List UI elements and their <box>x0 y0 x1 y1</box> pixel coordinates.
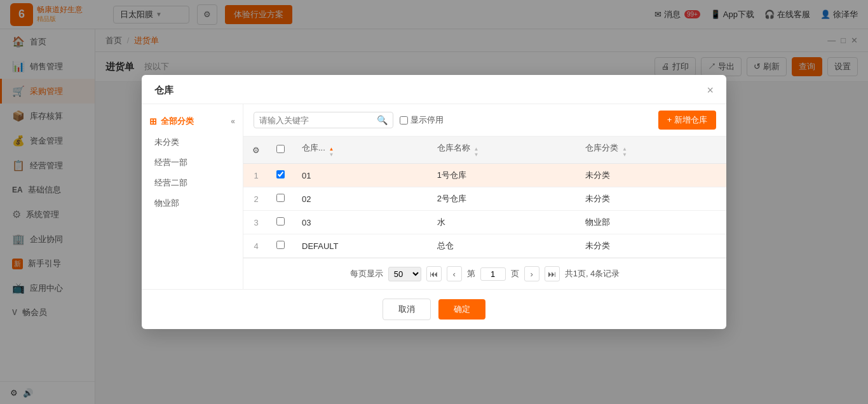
row-code-4: DEFAULT <box>294 234 430 258</box>
category-panel: ⊞ 全部分类 « 未分类 经营一部 经营二部 物业部 <box>142 104 243 289</box>
row-category-1: 未分类 <box>578 164 726 187</box>
right-toolbar: 🔍 显示停用 + 新增仓库 <box>243 104 726 137</box>
dialog-close-button[interactable]: × <box>707 84 714 97</box>
dialog-overlay: 仓库 × ⊞ 全部分类 « 未分类 经营一部 经营二部 <box>0 0 868 404</box>
row-checkbox-1[interactable] <box>276 170 285 178</box>
row-checkbox-cell-1 <box>269 164 294 187</box>
select-all-checkbox[interactable] <box>276 145 285 153</box>
category-item-label-0: 未分类 <box>154 137 179 147</box>
search-input-wrap: 🔍 <box>254 112 393 128</box>
page-label: 第 <box>467 268 475 279</box>
row-name-2: 2号仓库 <box>430 187 578 211</box>
table-row[interactable]: 3 03 水 物业部 <box>243 211 726 234</box>
pagination: 每页显示 50 10 20 100 ⏮ ‹ 第 页 › ⏭ 共1页, 4条记录 <box>243 258 726 289</box>
row-num-1: 1 <box>243 164 269 187</box>
collapse-icon[interactable]: « <box>231 117 235 126</box>
total-info: 共1页, 4条记录 <box>565 268 620 279</box>
dialog-body: ⊞ 全部分类 « 未分类 经营一部 经营二部 物业部 <box>142 104 726 289</box>
row-code-2: 02 <box>294 187 430 211</box>
col-name[interactable]: 仓库名称 ▲▼ <box>430 137 578 164</box>
col-checkbox <box>269 137 294 164</box>
row-num-2: 2 <box>243 187 269 211</box>
first-page-button[interactable]: ⏮ <box>426 266 442 281</box>
category-item-1[interactable]: 经营一部 <box>142 152 243 173</box>
row-checkbox-2[interactable] <box>276 194 285 202</box>
row-name-4: 总仓 <box>430 234 578 258</box>
col-category[interactable]: 仓库分类 ▲▼ <box>578 137 726 164</box>
col-code-label: 仓库... <box>302 143 325 152</box>
row-checkbox-4[interactable] <box>276 241 285 249</box>
per-page-label: 每页显示 <box>350 268 383 279</box>
col-name-label: 仓库名称 <box>437 143 470 152</box>
page-input[interactable] <box>480 267 506 281</box>
settings-col-icon: ⚙ <box>252 145 260 155</box>
right-panel: 🔍 显示停用 + 新增仓库 ⚙ <box>243 104 726 289</box>
show-disabled-label[interactable]: 显示停用 <box>400 114 444 126</box>
row-code-3: 03 <box>294 211 430 234</box>
dialog-footer: 取消 确定 <box>142 289 726 329</box>
grid-icon: ⊞ <box>149 116 157 126</box>
search-icon: 🔍 <box>377 115 388 125</box>
show-disabled-text: 显示停用 <box>410 114 444 126</box>
row-code-1: 01 <box>294 164 430 187</box>
col-category-label: 仓库分类 <box>585 143 618 152</box>
category-item-label-1: 经营一部 <box>154 158 187 167</box>
row-name-1: 1号仓库 <box>430 164 578 187</box>
prev-page-button[interactable]: ‹ <box>447 266 462 281</box>
add-warehouse-button[interactable]: + 新增仓库 <box>658 111 716 130</box>
dialog-title: 仓库 <box>154 84 173 97</box>
next-page-button[interactable]: › <box>524 266 539 281</box>
table-row[interactable]: 4 DEFAULT 总仓 未分类 <box>243 234 726 258</box>
warehouse-dialog: 仓库 × ⊞ 全部分类 « 未分类 经营一部 经营二部 <box>142 75 726 329</box>
col-code[interactable]: 仓库... ▲▼ <box>294 137 430 164</box>
category-item-2[interactable]: 经营二部 <box>142 173 243 193</box>
row-checkbox-cell-2 <box>269 187 294 211</box>
category-item-label-3: 物业部 <box>154 198 179 208</box>
row-category-4: 未分类 <box>578 234 726 258</box>
confirm-button[interactable]: 确定 <box>438 299 485 320</box>
search-input[interactable] <box>259 116 377 125</box>
all-categories-item[interactable]: ⊞ 全部分类 « <box>142 111 243 132</box>
warehouse-table-wrap: ⚙ 仓库... ▲▼ 仓库名称 ▲▼ <box>243 137 726 258</box>
all-categories-label: 全部分类 <box>161 116 194 127</box>
col-category-sort: ▲▼ <box>622 146 627 158</box>
row-name-3: 水 <box>430 211 578 234</box>
row-category-2: 未分类 <box>578 187 726 211</box>
page-unit: 页 <box>511 268 519 279</box>
row-checkbox-cell-3 <box>269 211 294 234</box>
row-num-3: 3 <box>243 211 269 234</box>
col-settings: ⚙ <box>243 137 269 164</box>
row-checkbox-cell-4 <box>269 234 294 258</box>
row-category-3: 物业部 <box>578 211 726 234</box>
table-row[interactable]: 1 01 1号仓库 未分类 <box>243 164 726 187</box>
show-disabled-checkbox[interactable] <box>400 116 408 125</box>
category-item-3[interactable]: 物业部 <box>142 193 243 213</box>
cancel-button[interactable]: 取消 <box>383 299 431 320</box>
category-item-0[interactable]: 未分类 <box>142 132 243 152</box>
col-code-sort: ▲▼ <box>329 146 334 158</box>
warehouse-table: ⚙ 仓库... ▲▼ 仓库名称 ▲▼ <box>243 137 726 258</box>
last-page-button[interactable]: ⏭ <box>545 266 560 281</box>
table-row[interactable]: 2 02 2号仓库 未分类 <box>243 187 726 211</box>
row-num-4: 4 <box>243 234 269 258</box>
per-page-select[interactable]: 50 10 20 100 <box>388 267 421 281</box>
dialog-header: 仓库 × <box>142 75 726 104</box>
category-item-label-2: 经营二部 <box>154 178 187 187</box>
col-name-sort: ▲▼ <box>473 146 478 158</box>
row-checkbox-3[interactable] <box>276 217 285 226</box>
